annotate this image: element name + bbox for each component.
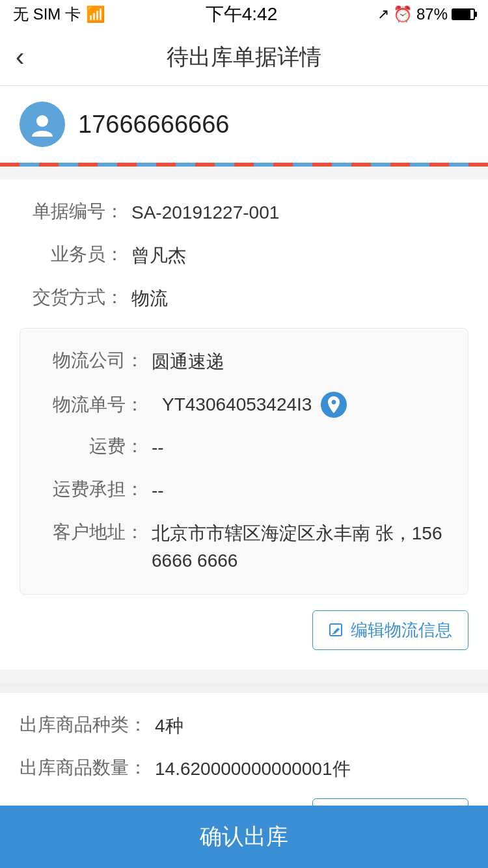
battery-icon <box>452 8 475 20</box>
freight-bearer-row: 运费承担： -- <box>40 477 448 504</box>
order-info-section: 单据编号： SA-20191227-001 业务员： 曾凡杰 交货方式： 物流 … <box>0 180 488 670</box>
wifi-icon: 📶 <box>86 5 105 23</box>
freight-label: 运费： <box>40 434 144 459</box>
svg-point-0 <box>36 115 48 127</box>
alarm-icon: ⏰ <box>393 5 413 23</box>
back-button[interactable]: ‹ <box>16 42 24 72</box>
bottom-area: 确认出库 <box>0 806 488 868</box>
logistics-company-row: 物流公司： 圆通速递 <box>40 348 448 375</box>
tracking-number-row: 物流单号： YT43064053424I3 <box>40 391 448 418</box>
page-title: 待出库单据详情 <box>167 42 321 72</box>
freight-bearer-label: 运费承担： <box>40 477 144 502</box>
order-number-label: 单据编号： <box>20 199 124 224</box>
salesman-value: 曾凡杰 <box>131 242 468 269</box>
tracking-number-label: 物流单号： <box>40 392 144 417</box>
edit-logistics-button[interactable]: 编辑物流信息 <box>312 610 468 650</box>
freight-value: -- <box>152 434 448 461</box>
freight-row: 运费： -- <box>40 434 448 461</box>
freight-bearer-value: -- <box>152 477 448 504</box>
salesman-label: 业务员： <box>20 242 124 267</box>
tracking-location-icon[interactable] <box>321 392 347 418</box>
tracking-number-value: YT43064053424I3 <box>162 391 448 418</box>
status-carrier: 无 SIM 卡 📶 <box>13 4 105 25</box>
order-number-value: SA-20191227-001 <box>131 199 468 226</box>
order-number-row: 单据编号： SA-20191227-001 <box>20 199 468 226</box>
dashed-divider <box>0 163 488 167</box>
delivery-method-value: 物流 <box>131 285 468 312</box>
goods-quantity-label: 出库商品数量： <box>20 755 147 780</box>
goods-type-value: 4种 <box>155 712 468 740</box>
salesman-row: 业务员： 曾凡杰 <box>20 242 468 269</box>
goods-type-label: 出库商品种类： <box>20 712 147 737</box>
address-value: 北京市市辖区海淀区永丰南 张，156 6666 6666 <box>152 520 448 575</box>
logistics-company-value: 圆通速递 <box>152 348 448 375</box>
delivery-method-row: 交货方式： 物流 <box>20 285 468 312</box>
status-time: 下午4:42 <box>206 2 278 27</box>
goods-type-row: 出库商品种类： 4种 <box>20 712 468 740</box>
status-bar: 无 SIM 卡 📶 下午4:42 ↗ ⏰ 87% <box>0 0 488 29</box>
section-separator <box>0 683 488 693</box>
location-icon: ↗ <box>377 6 389 23</box>
avatar <box>20 102 65 147</box>
delivery-method-label: 交货方式： <box>20 285 124 310</box>
customer-phone: 17666666666 <box>78 111 229 139</box>
edit-logistics-btn-row: 编辑物流信息 <box>20 610 468 650</box>
goods-quantity-row: 出库商品数量： 14.620000000000001件 <box>20 755 468 783</box>
nav-bar: ‹ 待出库单据详情 <box>0 29 488 86</box>
address-row: 客户地址： 北京市市辖区海淀区永丰南 张，156 6666 6666 <box>40 520 448 575</box>
customer-header: 17666666666 <box>0 86 488 163</box>
battery-level: 87% <box>416 5 448 23</box>
logistics-company-label: 物流公司： <box>40 348 144 373</box>
logistics-card: 物流公司： 圆通速递 物流单号： YT43064053424I3 运费： -- … <box>20 328 468 595</box>
confirm-outbound-button[interactable]: 确认出库 <box>0 806 488 868</box>
goods-quantity-value: 14.620000000000001件 <box>155 755 468 783</box>
address-label: 客户地址： <box>40 520 144 545</box>
